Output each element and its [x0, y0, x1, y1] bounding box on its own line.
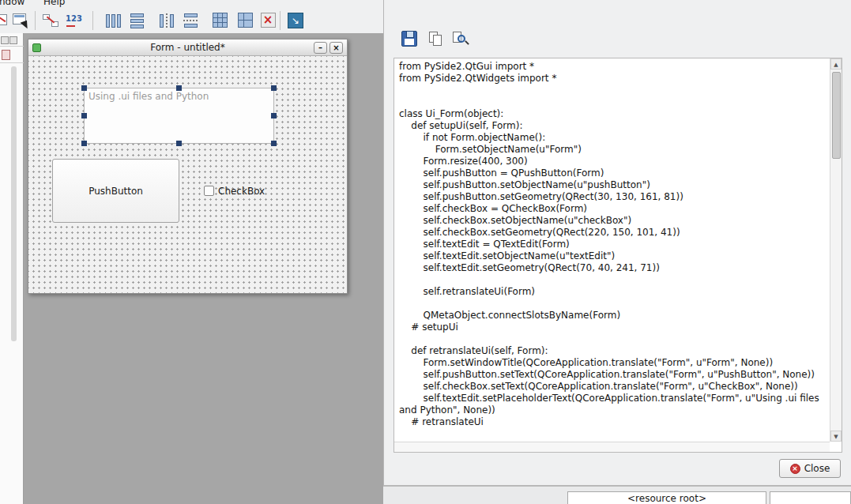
mdi-area: Form - untitled* – × Using .ui files and…	[24, 33, 383, 504]
icon-shape	[160, 14, 164, 28]
code-text[interactable]: from PySide2.QtGui import * from PySide2…	[394, 58, 830, 442]
menubar: Window Help	[0, 0, 383, 7]
close-window-button[interactable]: ×	[329, 42, 343, 54]
cursor-arrow-icon	[21, 21, 30, 30]
toolbar-separator	[280, 11, 281, 30]
layout-splitter-horizontal-icon[interactable]	[157, 11, 176, 30]
save-icon[interactable]	[400, 29, 419, 48]
icon-shape	[170, 14, 174, 28]
tab-order-numbers: 123	[66, 14, 82, 23]
close-button-label: Close	[804, 463, 830, 474]
icon-shape	[106, 14, 110, 28]
resource-browser-panel: <resource root>	[383, 486, 851, 504]
icon-shape	[14, 15, 24, 17]
resource-root-item[interactable]: <resource root>	[627, 493, 706, 504]
textedit-widget[interactable]: Using .ui files and Python	[84, 88, 274, 144]
toolbar-separator	[35, 11, 36, 30]
scroll-up-icon[interactable]: ▲	[830, 58, 842, 70]
vertical-scrollbar[interactable]: ▲ ▼	[830, 58, 842, 442]
layout-splitter-vertical-icon[interactable]	[181, 11, 200, 30]
icon-shape: ×	[261, 13, 276, 28]
horizontal-scrollbar[interactable]	[394, 442, 830, 452]
selection-handle[interactable]	[81, 85, 87, 91]
tab-order-icon[interactable]: 123	[63, 11, 82, 30]
icon-shape	[130, 24, 144, 28]
code-preview-dialog: from PySide2.QtGui import * from PySide2…	[383, 0, 851, 486]
dock-close-icon[interactable]	[9, 36, 17, 44]
menu-window[interactable]: Window	[0, 0, 24, 7]
toolbar-separator	[92, 11, 93, 30]
break-layout-icon[interactable]: ×	[258, 11, 277, 30]
resource-detail-pane	[770, 491, 851, 504]
icon-shape	[401, 31, 417, 47]
pushbutton-label: PushButton	[88, 186, 143, 197]
icon-shape	[117, 14, 121, 28]
icon-shape	[111, 14, 115, 28]
icon-shape	[183, 20, 198, 21]
icon-shape	[184, 24, 198, 28]
resource-tree[interactable]: <resource root>	[567, 491, 766, 504]
icon-shape	[433, 35, 442, 46]
icon-shape	[166, 13, 168, 28]
form-canvas[interactable]: Using .ui files and Python PushButton Ch…	[28, 56, 347, 293]
scroll-down-icon[interactable]: ▼	[830, 431, 842, 442]
layout-form-icon[interactable]	[235, 11, 254, 30]
dock-float-icon[interactable]	[1, 36, 9, 44]
icon-shape	[184, 13, 198, 17]
find-icon[interactable]	[450, 29, 469, 48]
edit-buddies-icon[interactable]	[41, 11, 60, 30]
code-area: from PySide2.QtGui import * from PySide2…	[393, 58, 842, 453]
form-window-icon	[32, 43, 41, 52]
edit-widgets-icon[interactable]	[11, 11, 30, 30]
checkbox-widget[interactable]: CheckBox	[202, 175, 282, 207]
sidebar-divider	[0, 62, 24, 63]
icon-shape	[213, 13, 228, 28]
selection-handle[interactable]	[176, 141, 182, 146]
qt-designer-screen: Window Help 123	[0, 0, 851, 504]
form-titlebar[interactable]: Form - untitled* – ×	[28, 39, 347, 56]
selection-handle[interactable]	[81, 141, 87, 146]
textedit-placeholder: Using .ui files and Python	[88, 91, 209, 102]
copy-icon[interactable]	[427, 29, 446, 48]
layout-horizontal-icon[interactable]	[104, 11, 122, 30]
sidebar-scrollbar[interactable]	[11, 66, 17, 341]
checkbox-indicator[interactable]	[204, 186, 214, 196]
dialog-close-button[interactable]: × Close	[779, 459, 841, 478]
layout-grid-icon[interactable]	[210, 11, 229, 30]
icon-shape	[47, 16, 55, 23]
checkbox-label: CheckBox	[218, 186, 265, 197]
sidebar-divider	[0, 46, 24, 47]
selection-handle[interactable]	[271, 141, 277, 146]
form-window[interactable]: Form - untitled* – × Using .ui files and…	[28, 39, 348, 294]
main-toolbar: 123 × ↘	[0, 7, 383, 33]
adjust-size-icon[interactable]: ↘	[286, 11, 305, 30]
icon-shape	[465, 40, 469, 45]
selection-handle[interactable]	[271, 85, 277, 91]
filter-icon[interactable]	[2, 50, 10, 60]
minimize-button[interactable]: –	[314, 42, 327, 54]
icon-shape	[130, 13, 144, 17]
menu-help[interactable]: Help	[43, 0, 65, 7]
form-window-title: Form - untitled*	[28, 39, 347, 56]
selection-handle[interactable]	[81, 113, 87, 118]
icon-shape: ↘	[288, 13, 303, 28]
pushbutton-widget[interactable]: PushButton	[52, 159, 179, 223]
scrollbar-thumb[interactable]	[832, 72, 841, 159]
widgetbox-sidebar	[0, 33, 24, 504]
selection-handle[interactable]	[271, 113, 277, 118]
icon-shape	[130, 19, 144, 23]
icon-shape	[238, 13, 253, 28]
layout-vertical-icon[interactable]	[127, 11, 146, 30]
selection-handle[interactable]	[176, 85, 182, 91]
close-circle-icon: ×	[790, 464, 800, 474]
edit-signals-icon[interactable]	[0, 11, 11, 30]
icon-shape	[66, 25, 75, 27]
